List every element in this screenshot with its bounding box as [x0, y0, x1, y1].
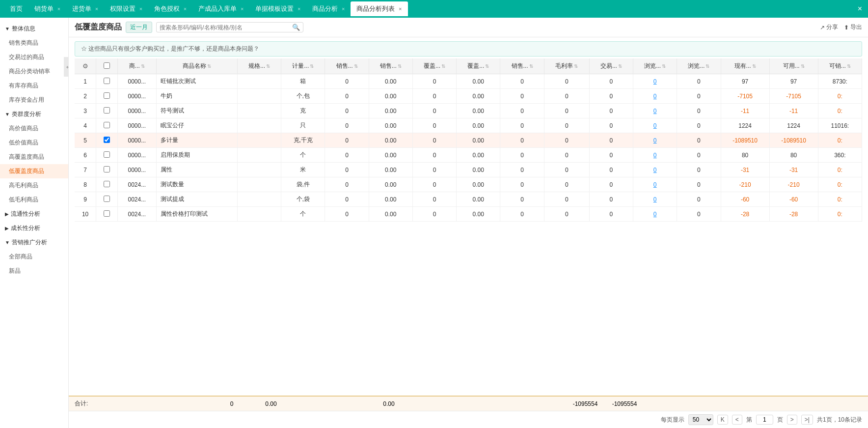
col-unit[interactable]: 计量...⇅: [281, 58, 325, 74]
select-all-checkbox[interactable]: [104, 62, 110, 69]
row-browse1[interactable]: 0: [633, 148, 677, 163]
col-sellable[interactable]: 可销...⇅: [818, 58, 862, 74]
sidebar-item-high-coverage[interactable]: 高覆盖度商品: [0, 150, 68, 164]
row-checkbox[interactable]: [96, 207, 118, 222]
browse1-link[interactable]: 0: [653, 93, 657, 100]
sidebar-section-marketing[interactable]: ▼ 营销推广分析: [0, 235, 68, 250]
page-number-input[interactable]: [756, 415, 773, 425]
browse1-link[interactable]: 0: [653, 108, 657, 114]
sidebar-item-in-stock[interactable]: 有库存商品: [0, 79, 68, 93]
tab-permissions[interactable]: 权限设置 ×: [104, 1, 148, 16]
col-sales-amt[interactable]: 销售...⇅: [369, 58, 412, 74]
row-browse1[interactable]: 0: [633, 118, 677, 133]
sidebar-item-low-value[interactable]: 低价值商品: [0, 136, 68, 150]
sidebar-collapse-button[interactable]: «: [64, 57, 69, 77]
browse1-link[interactable]: 0: [653, 211, 657, 218]
sidebar-item-new-goods[interactable]: 新品: [0, 264, 68, 278]
col-margin[interactable]: 毛利率⇅: [544, 58, 589, 74]
export-button[interactable]: ⬆ 导出: [844, 23, 862, 31]
tab-close-permissions[interactable]: ×: [139, 6, 142, 12]
tab-close-roles[interactable]: ×: [184, 6, 187, 12]
page-size-select[interactable]: 50 100 200: [688, 414, 713, 425]
sidebar-item-stock-capital[interactable]: 库存资金占用: [0, 93, 68, 107]
row-checkbox[interactable]: [96, 133, 118, 148]
browse1-link[interactable]: 0: [653, 196, 657, 203]
sidebar-section-growth[interactable]: ▶ 成长性分析: [0, 221, 68, 235]
search-icon[interactable]: 🔍: [292, 24, 300, 31]
row-browse1[interactable]: 0: [633, 207, 677, 222]
tab-analysis[interactable]: 商品分析 ×: [306, 1, 351, 16]
col-sales3[interactable]: 销售...⇅: [500, 58, 544, 74]
tab-home[interactable]: 首页: [4, 1, 28, 16]
sidebar-item-high-value[interactable]: 高价值商品: [0, 121, 68, 136]
row-browse1[interactable]: 0: [633, 163, 677, 177]
browse1-link[interactable]: 0: [653, 78, 657, 85]
row-select-checkbox[interactable]: [104, 151, 110, 158]
tab-analysis-list[interactable]: 商品分析列表 ×: [351, 1, 407, 16]
row-checkbox[interactable]: [96, 118, 118, 133]
tab-close-templates[interactable]: ×: [298, 6, 300, 12]
sidebar-section-liquidity[interactable]: ▶ 流通性分析: [0, 207, 68, 221]
row-select-checkbox[interactable]: [104, 166, 110, 172]
prev-page-button[interactable]: <: [732, 415, 742, 425]
col-coverage1[interactable]: 覆盖...⇅: [412, 58, 456, 74]
search-input[interactable]: [160, 24, 292, 31]
sidebar-item-high-margin[interactable]: 高毛利商品: [0, 178, 68, 193]
period-button[interactable]: 近一月: [126, 22, 152, 33]
share-button[interactable]: ↗ 分享: [820, 23, 838, 31]
col-trade[interactable]: 交易...⇅: [589, 58, 633, 74]
row-browse1[interactable]: 0: [633, 177, 677, 192]
browse1-link[interactable]: 0: [653, 152, 657, 159]
tab-roles[interactable]: 角色授权 ×: [148, 1, 192, 16]
row-browse1[interactable]: 0: [633, 104, 677, 118]
row-select-checkbox[interactable]: [104, 210, 110, 217]
tab-close-sales[interactable]: ×: [57, 6, 60, 12]
tab-purchase[interactable]: 进货单 ×: [66, 1, 104, 16]
window-close-button[interactable]: ×: [858, 4, 862, 13]
row-select-checkbox[interactable]: [104, 181, 110, 187]
col-sales-qty[interactable]: 销售...⇅: [325, 58, 369, 74]
tab-products[interactable]: 产成品入库单 ×: [192, 1, 249, 16]
sidebar-item-low-coverage[interactable]: 低覆盖度商品: [0, 164, 68, 178]
col-spec[interactable]: 规格...⇅: [237, 58, 281, 74]
row-select-checkbox[interactable]: [104, 196, 110, 202]
row-browse1[interactable]: 0: [633, 74, 677, 89]
row-browse1[interactable]: 0: [633, 133, 677, 148]
col-coverage2[interactable]: 覆盖...⇅: [457, 58, 500, 74]
row-browse1[interactable]: 0: [633, 192, 677, 207]
tab-close-products[interactable]: ×: [241, 6, 244, 12]
gear-icon[interactable]: ⚙: [82, 62, 88, 70]
row-checkbox[interactable]: [96, 163, 118, 177]
row-checkbox[interactable]: [96, 177, 118, 192]
browse1-link[interactable]: 0: [653, 137, 657, 144]
tab-templates[interactable]: 单据模板设置 ×: [249, 1, 306, 16]
next-page-button[interactable]: >: [787, 415, 797, 425]
tab-close-purchase[interactable]: ×: [95, 6, 98, 12]
browse1-link[interactable]: 0: [653, 122, 657, 129]
row-checkbox[interactable]: [96, 74, 118, 89]
row-browse1[interactable]: 0: [633, 89, 677, 104]
last-page-button[interactable]: >|: [801, 415, 813, 425]
row-select-checkbox[interactable]: [104, 122, 110, 128]
sidebar-item-traded-goods[interactable]: 交易过的商品: [0, 50, 68, 64]
data-table-container[interactable]: ⚙ 商...⇅ 商品名称⇅ 规格...⇅ 计量...⇅ 销售...⇅ 销售...…: [75, 58, 862, 396]
sidebar-item-low-margin[interactable]: 低毛利商品: [0, 193, 68, 207]
row-select-checkbox[interactable]: [104, 137, 110, 143]
browse1-link[interactable]: 0: [653, 167, 657, 173]
col-code[interactable]: 商...⇅: [118, 58, 157, 74]
tab-sales[interactable]: 销货单 ×: [28, 1, 66, 16]
row-checkbox[interactable]: [96, 104, 118, 118]
first-page-button[interactable]: K: [717, 415, 728, 425]
browse1-link[interactable]: 0: [653, 181, 657, 188]
row-select-checkbox[interactable]: [104, 107, 110, 114]
col-browse2[interactable]: 浏览...⇅: [677, 58, 721, 74]
tab-close-analysis[interactable]: ×: [342, 6, 345, 12]
tab-close-analysis-list[interactable]: ×: [399, 6, 402, 12]
col-browse1[interactable]: 浏览...⇅: [633, 58, 677, 74]
col-checkbox[interactable]: [96, 58, 118, 74]
sidebar-item-category-rate[interactable]: 商品分类动销率: [0, 64, 68, 79]
sidebar-item-all-goods[interactable]: 全部商品: [0, 250, 68, 264]
sidebar-section-cluster[interactable]: ▼ 类群度分析: [0, 107, 68, 121]
col-name[interactable]: 商品名称⇅: [156, 58, 237, 74]
row-checkbox[interactable]: [96, 148, 118, 163]
